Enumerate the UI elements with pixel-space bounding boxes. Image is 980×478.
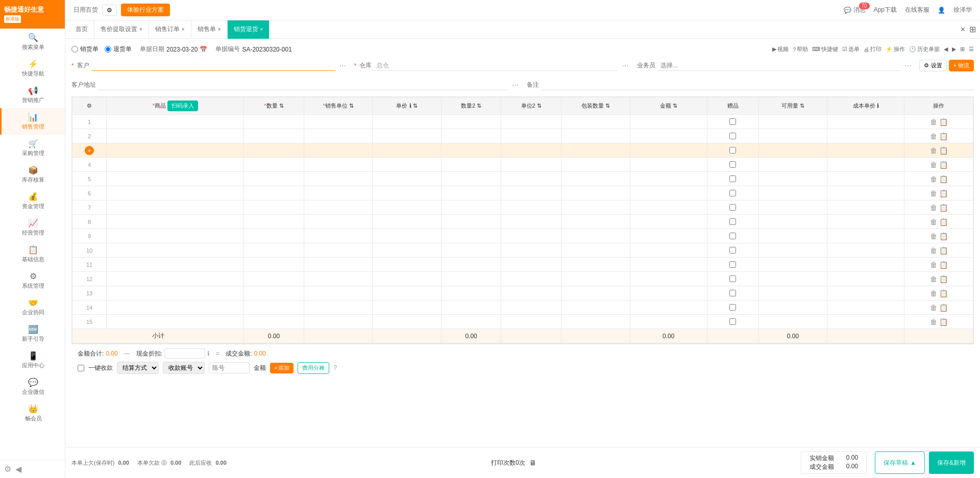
avail-cell-12[interactable]: [758, 272, 827, 286]
price-cell-6[interactable]: [373, 186, 441, 200]
unit2-cell-10[interactable]: [501, 243, 561, 258]
sidebar-item-basic[interactable]: 📋 基础信息: [0, 241, 65, 267]
price-cell-10[interactable]: [373, 243, 441, 258]
pack-cell-10[interactable]: [561, 243, 630, 258]
qty-cell-15[interactable]: [244, 315, 304, 329]
radio-return[interactable]: 退货单: [105, 45, 132, 54]
unit-cell-7[interactable]: [304, 200, 372, 215]
add-payment-btn[interactable]: + 添加: [270, 363, 293, 373]
maximize-btn[interactable]: ⊞: [969, 24, 976, 34]
delete-row-btn-11[interactable]: 🗑: [930, 261, 937, 269]
unit-cell-9[interactable]: [304, 229, 372, 243]
avail-cell-13[interactable]: [758, 286, 827, 300]
cost-cell-8[interactable]: [827, 215, 904, 229]
product-cell-9[interactable]: [107, 229, 244, 243]
list-view-btn[interactable]: ☰: [969, 46, 974, 53]
warehouse-more-btn[interactable]: ···: [622, 61, 628, 70]
copy-row-btn-12[interactable]: 📋: [939, 275, 948, 283]
customer-more-btn[interactable]: ···: [339, 61, 346, 70]
avail-cell-15[interactable]: [758, 315, 827, 329]
qty-cell-4[interactable]: [244, 158, 304, 172]
tab-close-sale-return[interactable]: ×: [260, 27, 263, 32]
qty-cell-1[interactable]: [244, 115, 304, 129]
avail-cell-14[interactable]: [758, 300, 827, 315]
sidebar-item-wechat[interactable]: 💬 企业微信: [0, 373, 65, 400]
qty-cell-10[interactable]: [244, 243, 304, 258]
cost-cell-10[interactable]: [827, 243, 904, 258]
qty2-cell-2[interactable]: [441, 129, 501, 143]
cost-cell-7[interactable]: [827, 200, 904, 215]
tab-close-sale-delivery[interactable]: ×: [218, 27, 221, 32]
qty-cell-11[interactable]: [244, 258, 304, 272]
logistics-btn[interactable]: + 物流: [949, 60, 974, 71]
amount-cell-3[interactable]: [630, 143, 707, 158]
avail-cell-3[interactable]: [758, 143, 827, 158]
shortcut-btn[interactable]: ⌨快捷键: [812, 45, 838, 53]
price-cell-12[interactable]: [373, 272, 441, 286]
unit-cell-13[interactable]: [304, 286, 372, 300]
unit-cell-4[interactable]: [304, 158, 372, 172]
copy-row-btn-15[interactable]: 📋: [939, 318, 948, 326]
gift-checkbox-12[interactable]: [729, 275, 736, 282]
gift-cell-4[interactable]: [707, 158, 758, 172]
pack-cell-8[interactable]: [561, 215, 630, 229]
unit2-cell-12[interactable]: [501, 272, 561, 286]
unit-cell-5[interactable]: [304, 172, 372, 186]
delete-row-btn-8[interactable]: 🗑: [930, 218, 937, 226]
qty2-cell-7[interactable]: [441, 200, 501, 215]
avail-cell-1[interactable]: [758, 115, 827, 129]
delete-row-btn-2[interactable]: 🗑: [930, 132, 937, 140]
operate-btn[interactable]: ⚡操作: [886, 45, 905, 53]
customer-input[interactable]: [91, 60, 335, 71]
product-cell-8[interactable]: [107, 215, 244, 229]
gift-checkbox-2[interactable]: [729, 133, 736, 139]
qty2-cell-14[interactable]: [441, 300, 501, 315]
unit-cell-2[interactable]: [304, 129, 372, 143]
unit2-cell-9[interactable]: [501, 229, 561, 243]
amount-cell-12[interactable]: [630, 272, 707, 286]
account-number-input[interactable]: [209, 362, 250, 373]
delete-row-btn-15[interactable]: 🗑: [930, 318, 937, 326]
gift-checkbox-5[interactable]: [729, 175, 736, 182]
cost-cell-4[interactable]: [827, 158, 904, 172]
gift-checkbox-8[interactable]: [729, 218, 736, 225]
unit2-cell-11[interactable]: [501, 258, 561, 272]
avail-cell-11[interactable]: [758, 258, 827, 272]
delete-row-btn-6[interactable]: 🗑: [930, 189, 937, 197]
price-cell-15[interactable]: [373, 315, 441, 329]
price-cell-7[interactable]: [373, 200, 441, 215]
copy-row-btn-10[interactable]: 📋: [939, 246, 948, 255]
qty-cell-8[interactable]: [244, 215, 304, 229]
unit2-cell-15[interactable]: [501, 315, 561, 329]
add-row-btn[interactable]: +: [85, 146, 94, 155]
radio-sale-input[interactable]: [71, 46, 78, 53]
account-select[interactable]: 收款账号: [163, 362, 205, 374]
copy-row-btn-9[interactable]: 📋: [939, 232, 948, 240]
header-settings-btn[interactable]: ⚙: [102, 5, 117, 16]
sidebar-settings-icon[interactable]: ⚙: [4, 464, 11, 474]
tab-close-sale-price[interactable]: ×: [139, 27, 142, 32]
unit2-cell-2[interactable]: [501, 129, 561, 143]
unit-cell-15[interactable]: [304, 315, 372, 329]
pack-cell-9[interactable]: [561, 229, 630, 243]
cost-cell-6[interactable]: [827, 186, 904, 200]
cost-cell-11[interactable]: [827, 258, 904, 272]
sidebar-item-sales[interactable]: 📊 销售管理: [0, 108, 65, 135]
product-cell-3[interactable]: [107, 143, 244, 158]
copy-row-btn-4[interactable]: 📋: [939, 161, 948, 169]
fee-split-btn[interactable]: 费用分摊: [298, 362, 329, 374]
online-service-link[interactable]: 在线客服: [905, 6, 929, 14]
avail-cell-4[interactable]: [758, 158, 827, 172]
sidebar-item-enterprise[interactable]: 🤝 企业协同: [0, 294, 65, 320]
sidebar-item-operation[interactable]: 📈 经营管理: [0, 214, 65, 241]
delete-row-btn-7[interactable]: 🗑: [930, 204, 937, 212]
unit-cell-12[interactable]: [304, 272, 372, 286]
product-input-3[interactable]: [109, 146, 241, 154]
cost-cell-1[interactable]: [827, 115, 904, 129]
close-all-tabs-btn[interactable]: ×: [961, 24, 965, 34]
cost-cell-15[interactable]: [827, 315, 904, 329]
copy-row-btn-7[interactable]: 📋: [939, 204, 948, 212]
unit-cell-1[interactable]: [304, 115, 372, 129]
product-cell-13[interactable]: [107, 286, 244, 300]
address-input[interactable]: [98, 80, 508, 90]
